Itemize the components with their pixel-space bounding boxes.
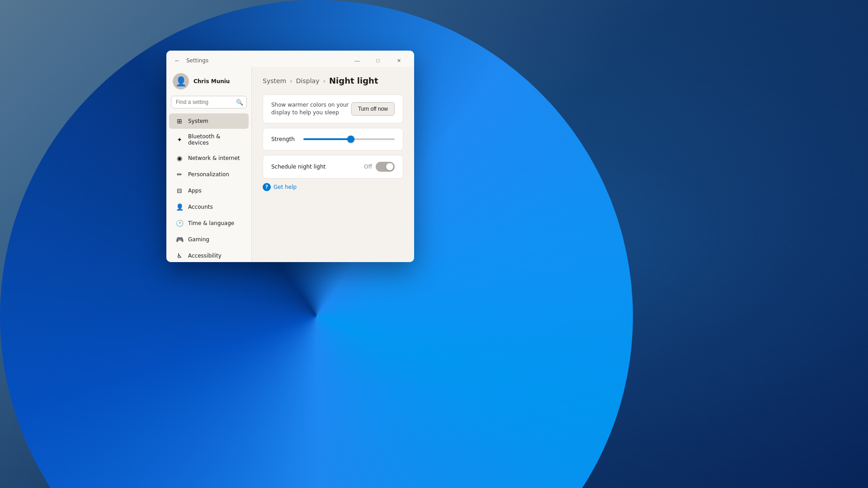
toggle-group: Off [364, 162, 395, 172]
help-icon: ? [263, 183, 271, 191]
sidebar-item-bluetooth[interactable]: ✦ Bluetooth & devices [169, 130, 249, 150]
get-help-link[interactable]: ? Get help [263, 183, 403, 191]
close-button[interactable]: ✕ [389, 54, 409, 67]
sidebar-item-label: Time & language [188, 220, 234, 226]
bluetooth-icon: ✦ [175, 136, 184, 144]
page-title: Night light [329, 76, 378, 85]
search-input[interactable] [171, 96, 247, 108]
card-row: Show warmer colors on your display to he… [271, 101, 395, 117]
sidebar-item-label: System [188, 118, 208, 124]
toggle-knob [386, 163, 393, 170]
breadcrumb-sep-2: › [323, 77, 326, 84]
sidebar-item-network[interactable]: ◉ Network & internet [169, 150, 249, 166]
turn-off-button[interactable]: Turn off now [351, 102, 395, 116]
sidebar-item-accounts[interactable]: 👤 Accounts [169, 199, 249, 215]
window-controls: — □ ✕ [347, 54, 409, 67]
main-content: System › Display › Night light Show warm… [251, 67, 414, 262]
sidebar-item-label: Bluetooth & devices [188, 133, 242, 146]
user-section: 👤 Chris Muniu [166, 69, 251, 96]
schedule-card: Schedule night light Off [263, 155, 403, 178]
personalization-icon: ✏ [175, 170, 184, 178]
breadcrumb-display[interactable]: Display [296, 77, 320, 84]
user-name: Chris Muniu [193, 78, 230, 84]
search-box: 🔍 [171, 96, 247, 108]
avatar: 👤 [173, 73, 189, 89]
sidebar-item-time[interactable]: 🕐 Time & language [169, 216, 249, 231]
slider-fill [303, 138, 351, 140]
schedule-label: Schedule night light [271, 164, 326, 170]
sidebar-item-apps[interactable]: ⊟ Apps [169, 183, 249, 198]
gaming-icon: 🎮 [175, 235, 184, 244]
sidebar-item-system[interactable]: ⊞ System [169, 113, 249, 129]
network-icon: ◉ [175, 154, 184, 162]
sidebar-item-label: Accessibility [188, 253, 222, 259]
search-icon: 🔍 [236, 99, 243, 106]
sidebar-item-accessibility[interactable]: ♿ Accessibility [169, 248, 249, 262]
strength-label: Strength [271, 136, 296, 142]
accessibility-icon: ♿ [175, 252, 184, 260]
wallpaper [0, 0, 868, 488]
window-title: Settings [186, 57, 208, 64]
title-bar: ← Settings — □ ✕ [166, 51, 414, 67]
sidebar-item-personalization[interactable]: ✏ Personalization [169, 167, 249, 182]
system-icon: ⊞ [175, 117, 184, 125]
time-icon: 🕐 [175, 219, 184, 227]
breadcrumb-sep-1: › [290, 77, 292, 84]
sidebar-item-label: Apps [188, 188, 202, 194]
content-area: 👤 Chris Muniu 🔍 ⊞ System ✦ Bluetooth & d… [166, 67, 414, 262]
strength-row: Strength [271, 135, 395, 144]
user-icon: 👤 [175, 76, 187, 87]
sidebar-item-label: Personalization [188, 171, 229, 178]
apps-icon: ⊟ [175, 187, 184, 195]
breadcrumb: System › Display › Night light [263, 76, 403, 85]
strength-card: Strength [263, 128, 403, 150]
night-light-description-card: Show warmer colors on your display to he… [263, 94, 403, 123]
sidebar-item-label: Network & internet [188, 155, 240, 161]
back-button[interactable]: ← [172, 55, 183, 66]
sidebar: 👤 Chris Muniu 🔍 ⊞ System ✦ Bluetooth & d… [166, 67, 251, 262]
sidebar-item-label: Accounts [188, 204, 213, 210]
get-help-label: Get help [274, 184, 297, 190]
minimize-button[interactable]: — [347, 54, 367, 67]
sidebar-item-gaming[interactable]: 🎮 Gaming [169, 232, 249, 247]
toggle-off-label: Off [364, 164, 372, 170]
settings-window: ← Settings — □ ✕ 👤 Chris Muniu 🔍 [166, 51, 414, 262]
schedule-row: Schedule night light Off [271, 162, 395, 172]
schedule-toggle[interactable] [376, 162, 395, 172]
night-light-description: Show warmer colors on your display to he… [271, 101, 351, 117]
slider-thumb[interactable] [347, 136, 354, 143]
accounts-icon: 👤 [175, 203, 184, 211]
breadcrumb-system[interactable]: System [263, 77, 286, 84]
title-bar-left: ← Settings [172, 55, 208, 66]
maximize-button[interactable]: □ [368, 54, 388, 67]
sidebar-item-label: Gaming [188, 236, 209, 243]
strength-slider-container[interactable] [303, 135, 395, 144]
